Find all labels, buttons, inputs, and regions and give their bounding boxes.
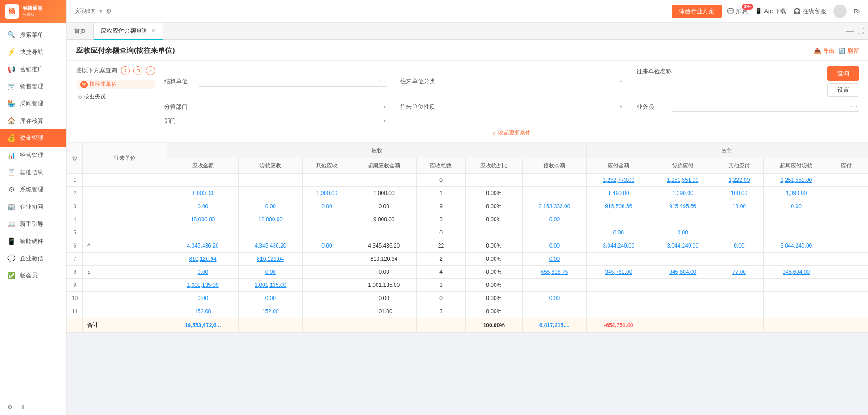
- cell-ar-other[interactable]: 0.00: [302, 239, 351, 253]
- collapse-filter-btn[interactable]: ∧ 收起更多条件: [164, 129, 859, 137]
- username[interactable]: Rit: [854, 8, 861, 14]
- cell-ar-loan[interactable]: [238, 187, 302, 200]
- cell-ar-prepay[interactable]: [522, 187, 586, 200]
- export-button[interactable]: 📤 导出: [814, 47, 835, 55]
- cell-ap-amount[interactable]: 0.00: [586, 226, 651, 239]
- cell-ar-loan[interactable]: 4,345,436.20: [238, 239, 302, 253]
- cell-ar-other[interactable]: [302, 213, 351, 226]
- cell-ar-amount[interactable]: [167, 174, 239, 187]
- cell-ap-amount[interactable]: [586, 253, 651, 266]
- cell-ap-amount[interactable]: 1,252,773.00: [586, 174, 651, 187]
- cell-ap-amount[interactable]: 1,490.00: [586, 187, 651, 200]
- cell-ap-loan[interactable]: 0.00: [651, 226, 715, 239]
- cell-ar-loan[interactable]: 1,001,135.00: [238, 279, 302, 292]
- cell-ap-other[interactable]: [715, 292, 764, 305]
- cell-ap-overdue[interactable]: [764, 279, 829, 292]
- cell-ar-loan[interactable]: 0.00: [238, 200, 302, 213]
- cell-ap-amount[interactable]: 3,044,240.00: [586, 239, 651, 253]
- cell-ar-prepay[interactable]: 0.00: [522, 253, 586, 266]
- cell-ap-loan[interactable]: [651, 279, 715, 292]
- tab-home[interactable]: 首页: [67, 23, 94, 40]
- sidebar-item-operation[interactable]: 📊 经营管理: [0, 147, 66, 164]
- cell-ap-loan[interactable]: 1,390.00: [651, 187, 715, 200]
- cell-ap-loan[interactable]: [651, 213, 715, 226]
- cell-ap-overdue[interactable]: [764, 226, 829, 239]
- cell-ar-loan[interactable]: 0.00: [238, 292, 302, 305]
- cell-ar-amount[interactable]: 152.00: [167, 305, 239, 318]
- filter-dept-manager-select[interactable]: ▾: [199, 102, 387, 111]
- sidebar-item-member[interactable]: ✅ 畅会员: [0, 267, 66, 284]
- cell-ap-amount[interactable]: [586, 279, 651, 292]
- footer-ar-prepay[interactable]: 6,417,215....: [522, 318, 586, 333]
- filter-dept-select[interactable]: ▾: [199, 116, 387, 125]
- sidebar-item-sales[interactable]: 🛒 销售管理: [0, 78, 66, 95]
- cell-ap-overdue[interactable]: 0.00: [764, 200, 829, 213]
- cell-ar-other[interactable]: [302, 266, 351, 279]
- table-settings-icon[interactable]: ⚙: [72, 155, 78, 162]
- filter-partner-name-input[interactable]: [675, 66, 822, 76]
- filter-partner-cat-select[interactable]: ▾: [439, 77, 623, 86]
- filter-settlement-dots[interactable]: ···: [378, 78, 386, 85]
- cell-ar-loan[interactable]: 18,000.00: [238, 213, 302, 226]
- header-gear-icon[interactable]: ⚙: [106, 7, 112, 15]
- cell-ar-loan[interactable]: [238, 226, 302, 239]
- promote-button[interactable]: 体验行业方案: [672, 5, 722, 18]
- cell-ap-other[interactable]: [715, 305, 764, 318]
- cell-ar-amount[interactable]: 4,345,436.20: [167, 239, 239, 253]
- cell-ap-amount[interactable]: 915,508.56: [586, 200, 651, 213]
- cell-ar-prepay[interactable]: 0.00: [522, 213, 586, 226]
- sidebar-item-finance[interactable]: 💰 资金管理: [0, 129, 66, 147]
- online-service[interactable]: 🎧 在线客服: [793, 7, 826, 15]
- cell-ap-amount[interactable]: 345,761.00: [586, 266, 651, 279]
- refresh-button[interactable]: 🔄 刷新: [838, 47, 859, 55]
- sidebar-item-hardware[interactable]: 📱 智能硬件: [0, 233, 66, 250]
- cell-ar-prepay[interactable]: [522, 174, 586, 187]
- cell-ar-other[interactable]: [302, 174, 351, 187]
- sidebar-item-marketing[interactable]: 📢 营销推广: [0, 61, 66, 78]
- cell-ar-amount[interactable]: 1,001,135.00: [167, 279, 239, 292]
- sidebar-item-inventory[interactable]: 🏠 库存核算: [0, 112, 66, 129]
- cell-ap-overdue[interactable]: 1,390.00: [764, 187, 829, 200]
- cell-ap-overdue[interactable]: [764, 213, 829, 226]
- cell-ar-loan[interactable]: [238, 174, 302, 187]
- cell-ar-other[interactable]: [302, 226, 351, 239]
- cell-ar-prepay[interactable]: [522, 279, 586, 292]
- filter-chip-staff[interactable]: ◎ 按业务员: [76, 92, 155, 101]
- cell-ar-loan[interactable]: 810,126.64: [238, 253, 302, 266]
- query-button[interactable]: 查询: [827, 66, 859, 81]
- cell-ap-amount[interactable]: [586, 292, 651, 305]
- cell-ap-loan[interactable]: 915,495.56: [651, 200, 715, 213]
- sidebar-settings-btn[interactable]: ⚙: [7, 404, 13, 410]
- cell-ar-other[interactable]: [302, 279, 351, 292]
- cell-ar-prepay[interactable]: [522, 226, 586, 239]
- sidebar-item-search-menu[interactable]: 🔍 搜索菜单: [0, 26, 66, 43]
- footer-ar-amount[interactable]: 19,553,472,6...: [167, 318, 239, 333]
- cell-ap-loan[interactable]: [651, 292, 715, 305]
- cell-ar-amount[interactable]: 0.00: [167, 200, 239, 213]
- header-message[interactable]: 💬 消息 99+: [727, 7, 748, 15]
- cell-ap-overdue[interactable]: 345,684.00: [764, 266, 829, 279]
- cell-ap-amount[interactable]: [586, 213, 651, 226]
- filter-add-icon[interactable]: +: [121, 66, 130, 75]
- cell-ap-other[interactable]: 0.00: [715, 239, 764, 253]
- cell-ar-amount[interactable]: 0.00: [167, 292, 239, 305]
- cell-ap-overdue[interactable]: 1,251,551.00: [764, 174, 829, 187]
- cell-ap-other[interactable]: 13.00: [715, 200, 764, 213]
- cell-ar-other[interactable]: [302, 253, 351, 266]
- cell-ap-loan[interactable]: 1,251,551.00: [651, 174, 715, 187]
- cell-ap-other[interactable]: [715, 226, 764, 239]
- cell-ar-prepay[interactable]: 655,636.75: [522, 266, 586, 279]
- cell-ar-other[interactable]: 0.00: [302, 200, 351, 213]
- filter-partner-nature-select[interactable]: ▾: [439, 102, 623, 111]
- sidebar-item-enterprise[interactable]: 🏢 企业协同: [0, 198, 66, 215]
- cell-ar-amount[interactable]: 18,000.00: [167, 213, 239, 226]
- sidebar-item-guide[interactable]: 📖 新手引导: [0, 215, 66, 233]
- cell-ar-prepay[interactable]: [522, 305, 586, 318]
- filter-salesperson-dots[interactable]: ···: [851, 103, 858, 110]
- filter-salesperson-select[interactable]: ···: [672, 101, 859, 112]
- sidebar-item-system[interactable]: ⚙ 系统管理: [0, 181, 66, 198]
- cell-ap-loan[interactable]: 3,044,240.00: [651, 239, 715, 253]
- sidebar-item-basic[interactable]: 📋 基础信息: [0, 164, 66, 181]
- header-dropdown-arrow[interactable]: ▾: [99, 8, 102, 14]
- app-download[interactable]: 📱 App下载: [755, 7, 786, 15]
